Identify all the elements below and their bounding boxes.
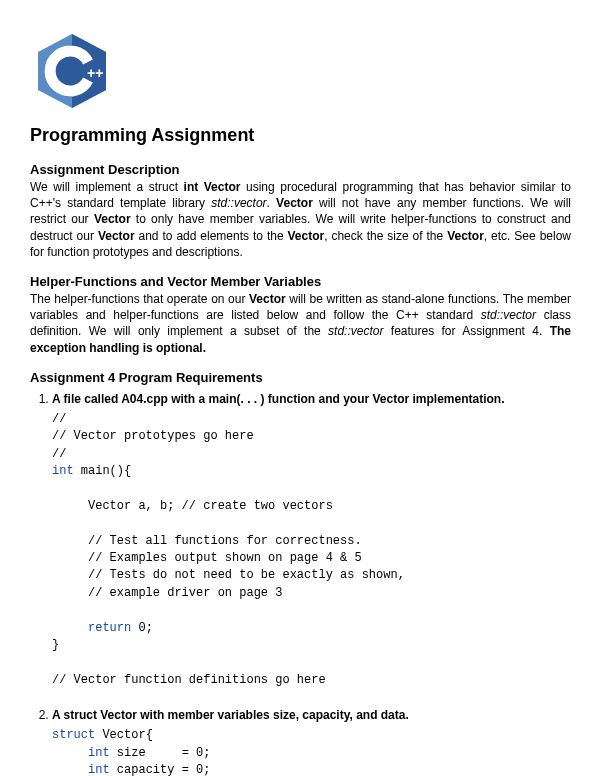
section-heading-helpers: Helper-Functions and Vector Member Varia… (30, 274, 571, 289)
requirements-list: A file called A04.cpp with a main(. . . … (30, 391, 571, 776)
section-heading-requirements: Assignment 4 Program Requirements (30, 370, 571, 385)
page-title: Programming Assignment (30, 125, 571, 146)
code-block: struct Vector{ int size = 0; int capacit… (52, 727, 571, 776)
item-title: A struct Vector with member variables si… (52, 708, 409, 722)
helpers-paragraph: The helper-functions that operate on our… (30, 291, 571, 356)
cpp-logo: ++ (30, 32, 571, 113)
list-item: A file called A04.cpp with a main(. . . … (52, 391, 571, 689)
list-item: A struct Vector with member variables si… (52, 707, 571, 776)
code-block: // // Vector prototypes go here // int m… (52, 411, 571, 689)
section-heading-description: Assignment Description (30, 162, 571, 177)
svg-text:++: ++ (87, 65, 103, 81)
description-paragraph: We will implement a struct int Vector us… (30, 179, 571, 260)
item-title: A file called A04.cpp with a main(. . . … (52, 392, 505, 406)
